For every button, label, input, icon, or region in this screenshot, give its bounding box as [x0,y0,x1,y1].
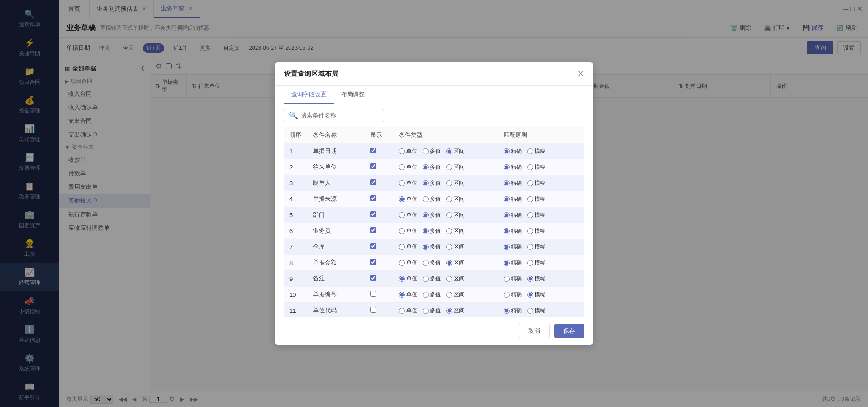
match-radio-fuzzy[interactable]: 模糊 [527,179,545,187]
settings-modal: 设置查询区域布局 ✕ 查询字段设置 布局调整 🔍 [275,62,593,345]
type-radio-range[interactable]: 区间 [446,163,464,171]
type-radio-multi[interactable]: 多值 [423,179,441,187]
match-radio-exact[interactable]: 精确 [504,195,522,203]
match-radio-group: 精确模糊 [504,163,579,171]
match-radio-fuzzy[interactable]: 模糊 [527,163,545,171]
modal-tabs: 查询字段设置 布局调整 [275,86,593,104]
match-radio-fuzzy[interactable]: 模糊 [527,148,545,155]
modal-search-input[interactable] [301,112,373,119]
type-radio-multi[interactable]: 多值 [423,291,441,299]
type-radio-range[interactable]: 区间 [446,307,464,315]
modal-tab-fields[interactable]: 查询字段设置 [284,86,334,104]
cell-type: 单值多值区间 [394,223,498,239]
type-radio-multi[interactable]: 多值 [423,227,441,235]
modal-save-button[interactable]: 保存 [554,324,584,338]
type-radio-range[interactable]: 区间 [446,179,464,187]
type-radio-single[interactable]: 单值 [399,195,417,203]
match-radio-exact[interactable]: 精确 [504,148,522,155]
match-radio-exact[interactable]: 精确 [504,227,522,235]
th-type: 条件类型 [394,127,498,143]
match-radio-fuzzy[interactable]: 模糊 [527,275,545,283]
modal-close-button[interactable]: ✕ [577,69,584,79]
type-radio-range[interactable]: 区间 [446,291,464,299]
type-radio-single[interactable]: 单值 [399,259,417,267]
match-radio-exact[interactable]: 精确 [504,243,522,251]
cell-show [365,271,394,287]
match-radio-fuzzy[interactable]: 模糊 [527,211,545,219]
cell-match: 精确模糊 [498,255,584,271]
type-radio-single[interactable]: 单值 [399,307,417,315]
type-radio-range[interactable]: 区间 [446,227,464,235]
match-radio-group: 精确模糊 [504,259,579,267]
show-checkbox[interactable] [370,243,376,249]
cell-match: 精确模糊 [498,159,584,175]
show-checkbox[interactable] [370,259,376,265]
match-radio-exact[interactable]: 精确 [504,307,522,315]
modal-overlay: 设置查询区域布局 ✕ 查询字段设置 布局调整 🔍 [0,0,868,407]
cell-name: 单据日期 [308,143,365,159]
type-radio-multi[interactable]: 多值 [423,163,441,171]
cell-seq: 9 [284,271,308,287]
show-checkbox[interactable] [370,195,376,201]
match-radio-fuzzy[interactable]: 模糊 [527,195,545,203]
type-radio-range[interactable]: 区间 [446,195,464,203]
show-checkbox[interactable] [370,179,376,185]
type-radio-single[interactable]: 单值 [399,227,417,235]
cell-name: 业务员 [308,223,365,239]
type-radio-group: 单值多值区间 [399,307,493,315]
match-radio-exact[interactable]: 精确 [504,179,522,187]
show-checkbox[interactable] [370,227,376,233]
show-checkbox[interactable] [370,163,376,169]
type-radio-range[interactable]: 区间 [446,275,464,283]
cell-match: 精确模糊 [498,191,584,207]
type-radio-single[interactable]: 单值 [399,211,417,219]
modal-tab-layout[interactable]: 布局调整 [334,86,372,104]
show-checkbox[interactable] [370,307,376,313]
type-radio-multi[interactable]: 多值 [423,211,441,219]
match-radio-fuzzy[interactable]: 模糊 [527,243,545,251]
modal-table: 顺序 条件名称 显示 条件类型 匹配原则 1单据日期单值多值区间精确模糊2往来单… [284,127,584,317]
match-radio-fuzzy[interactable]: 模糊 [527,307,545,315]
match-radio-exact[interactable]: 精确 [504,259,522,267]
th-match: 匹配原则 [498,127,584,143]
type-radio-single[interactable]: 单值 [399,163,417,171]
show-checkbox[interactable] [370,148,376,153]
type-radio-multi[interactable]: 多值 [423,259,441,267]
show-checkbox[interactable] [370,275,376,281]
type-radio-multi[interactable]: 多值 [423,275,441,283]
type-radio-multi[interactable]: 多值 [423,307,441,315]
type-radio-multi[interactable]: 多值 [423,195,441,203]
type-radio-range[interactable]: 区间 [446,211,464,219]
type-radio-range[interactable]: 区间 [446,148,464,155]
type-radio-single[interactable]: 单值 [399,179,417,187]
show-checkbox[interactable] [370,211,376,217]
cell-show [365,239,394,255]
cell-name: 制单人 [308,175,365,191]
cell-name: 单据编号 [308,287,365,303]
match-radio-exact[interactable]: 精确 [504,275,522,283]
show-checkbox[interactable] [370,291,376,297]
type-radio-single[interactable]: 单值 [399,291,417,299]
match-radio-fuzzy[interactable]: 模糊 [527,259,545,267]
type-radio-single[interactable]: 单值 [399,243,417,251]
type-radio-range[interactable]: 区间 [446,243,464,251]
match-radio-fuzzy[interactable]: 模糊 [527,227,545,235]
cell-show [365,191,394,207]
type-radio-group: 单值多值区间 [399,148,493,155]
match-radio-fuzzy[interactable]: 模糊 [527,291,545,299]
cell-type: 单值多值区间 [394,303,498,317]
type-radio-single[interactable]: 单值 [399,148,417,155]
match-radio-exact[interactable]: 精确 [504,211,522,219]
table-row: 2往来单位单值多值区间精确模糊 [284,159,584,175]
type-radio-multi[interactable]: 多值 [423,148,441,155]
type-radio-multi[interactable]: 多值 [423,243,441,251]
cell-show [365,287,394,303]
modal-search-icon: 🔍 [289,111,298,120]
type-radio-range[interactable]: 区间 [446,259,464,267]
cell-seq: 1 [284,143,308,159]
match-radio-exact[interactable]: 精确 [504,291,522,299]
type-radio-single[interactable]: 单值 [399,275,417,283]
match-radio-exact[interactable]: 精确 [504,163,522,171]
modal-cancel-button[interactable]: 取消 [519,324,550,338]
table-row: 5部门单值多值区间精确模糊 [284,207,584,223]
